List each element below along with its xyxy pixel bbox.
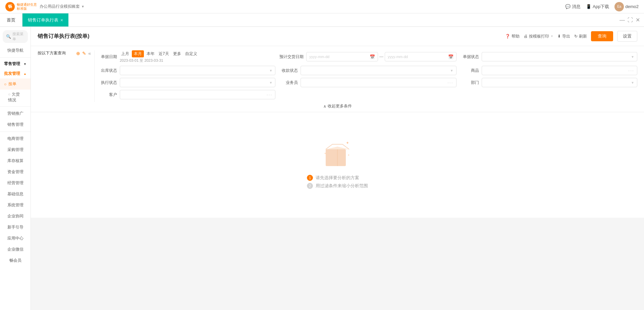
sidebar-item-wechat[interactable]: 企业微信 — [0, 244, 31, 255]
sidebar-item-member[interactable]: 畅会员 — [0, 255, 31, 266]
purchase-label: 采购管理 — [7, 147, 23, 153]
collapse-scheme-icon[interactable]: « — [88, 51, 91, 56]
top-bar-left: 畅 畅捷通好生意 标准版 办公用品行业模拟账套 ▼ — [5, 2, 85, 11]
step-num-2: 2 — [307, 183, 313, 189]
sidebar-sub-item-欠货情况[interactable]: ○ 欠货情况 — [0, 90, 31, 105]
tab-home[interactable]: 首页 — [0, 13, 22, 27]
query-button[interactable]: 查询 — [591, 31, 613, 41]
sidebar-item-sales[interactable]: 销售管理 — [0, 119, 31, 130]
filter-item-dept: 部门 ▼ — [461, 78, 637, 87]
reset-button[interactable]: 设置 — [617, 31, 637, 42]
svg-rect-0 — [326, 149, 346, 166]
maximize-icon[interactable]: ⛶ — [628, 17, 633, 23]
sidebar-item-system[interactable]: 系统管理 — [0, 200, 31, 211]
ship-status-select[interactable]: ▼ — [120, 66, 275, 75]
empty-steps-list: 1 请先选择要分析的方案 2 用过滤条件来缩小分析范围 — [307, 175, 368, 191]
product-label: 商品 — [461, 68, 479, 73]
sidebar-item-basic-info[interactable]: 基础信息 — [0, 189, 31, 200]
filter-item-payment-status: 收款状态 ▼ — [279, 66, 456, 75]
filter-item-product: 商品 ··· — [461, 66, 637, 75]
minimize-icon[interactable]: — — [620, 17, 625, 23]
sidebar-item-marketing[interactable]: 营销推广 — [0, 108, 31, 119]
filter-rows: 单据日期 上月 本月 本年 近7天 更多 自定义 20 — [99, 50, 637, 102]
sidebar-item-enterprise[interactable]: 企业协同 — [0, 211, 31, 222]
user-avatar-area[interactable]: Ea demo2 — [614, 2, 639, 11]
filter-body: 按以下方案查询 ⊕ ✎ « 单据日期 — [38, 50, 637, 102]
customer-select[interactable]: ··· — [120, 90, 275, 99]
empty-box-svg: ✦ ✦ ✦ — [321, 139, 354, 169]
filter-item-doc-status: 单据状态 ▼ — [461, 52, 637, 61]
ship-status-arrow-icon: ▼ — [269, 69, 272, 72]
expected-date-end-value: yyyy-mm-dd — [388, 55, 447, 59]
expected-date-start[interactable]: yyyy-mm-dd 📅 — [306, 52, 378, 61]
salesperson-select[interactable]: ··· — [301, 78, 456, 87]
calendar-end-icon: 📅 — [448, 54, 453, 59]
tab-close-icon[interactable]: × — [60, 18, 63, 22]
sidebar-item-operations[interactable]: 经营管理 — [0, 177, 31, 189]
message-button[interactable]: 💬 消息 — [565, 4, 581, 10]
product-dots-icon: ··· — [628, 68, 634, 73]
doc-status-arrow-icon: ▼ — [631, 55, 634, 59]
exec-status-select[interactable]: ▼ — [120, 78, 275, 87]
export-icon: ⬇ — [557, 34, 561, 39]
collapse-button[interactable]: ∧ 收起更多条件 — [323, 103, 352, 109]
sidebar-item-finance[interactable]: 资金管理 — [0, 166, 31, 177]
svg-text:✦: ✦ — [324, 152, 326, 155]
collapse-icon: ∧ — [323, 104, 326, 109]
filter-item-exec-status: 执行状态 ▼ — [99, 78, 275, 87]
scheme-icons: ⊕ ✎ « — [76, 51, 91, 56]
doc-status-select[interactable]: ▼ — [482, 52, 637, 61]
sidebar-item-inventory[interactable]: 库存核算 — [0, 155, 31, 166]
sidebar-item-newuser[interactable]: 新手引导 — [0, 222, 31, 233]
edit-scheme-icon[interactable]: ✎ — [82, 51, 86, 56]
help-icon: ❓ — [505, 34, 510, 39]
date-tab-this-month[interactable]: 本月 — [132, 50, 144, 57]
date-tab-custom[interactable]: 自定义 — [184, 50, 199, 57]
sidebar-item-purchase[interactable]: 采购管理 — [0, 144, 31, 155]
empty-illustration: ✦ ✦ ✦ — [321, 139, 354, 169]
salesperson-label: 业务员 — [279, 80, 298, 86]
refresh-button[interactable]: ↻ 刷新 — [574, 34, 587, 39]
retail-label: 零售管理 — [4, 61, 20, 67]
payment-status-select[interactable]: ▼ — [301, 66, 456, 75]
sidebar-item-retail[interactable]: 零售管理 ▼ — [0, 59, 31, 69]
dept-select[interactable]: ▼ — [482, 78, 637, 87]
sidebar-item-wholesale[interactable]: 批发管理 ▲ — [0, 69, 31, 79]
sidebar-item-quick-nav[interactable]: 快捷导航 — [0, 45, 31, 56]
date-range-text: 2023-03-01 至 2023-03-31 — [120, 58, 275, 63]
app-download-button[interactable]: 📱 App下载 — [586, 4, 609, 10]
sidebar-sub-item-按单[interactable]: ○ 按单 — [0, 79, 31, 90]
export-button[interactable]: ⬇ 导出 — [557, 34, 570, 39]
dept-arrow-icon: ▼ — [631, 81, 634, 85]
breadcrumb-arrow-icon[interactable]: ▼ — [81, 5, 85, 8]
sidebar-item-ecommerce[interactable]: 电商管理 — [0, 133, 31, 144]
wechat-label: 企业微信 — [7, 247, 23, 252]
customer-label: 客户 — [99, 92, 117, 98]
tab-sales-order[interactable]: 销售订单执行表 × — [22, 13, 68, 27]
close-window-icon[interactable]: ✕ — [636, 17, 640, 23]
help-button[interactable]: ❓ 帮助 — [505, 34, 520, 39]
page-header: 销售订单执行表(按单) ❓ 帮助 🖨 按模板打印 ▼ ⬇ 导出 ↻ 刷新 — [31, 27, 644, 46]
filter-row-4-spacer2 — [461, 90, 637, 99]
template-print-button[interactable]: 🖨 按模板打印 ▼ — [524, 34, 553, 39]
date-tab-this-year[interactable]: 本年 — [145, 50, 156, 57]
sidebar-search-box[interactable]: 🔍 搜索菜单 — [3, 30, 28, 43]
date-tab-more[interactable]: 更多 — [172, 50, 182, 57]
expected-date-range: yyyy-mm-dd 📅 — yyyy-mm-dd 📅 — [306, 52, 456, 61]
product-select[interactable]: ··· — [482, 66, 637, 75]
filter-actions: ∧ 收起更多条件 — [38, 103, 637, 109]
svg-text:✦: ✦ — [347, 154, 350, 157]
empty-step-1: 1 请先选择要分析的方案 — [307, 175, 368, 181]
add-scheme-icon[interactable]: ⊕ — [76, 51, 80, 56]
date-tab-last-month[interactable]: 上月 — [120, 50, 130, 57]
expected-date-end[interactable]: yyyy-mm-dd 📅 — [385, 52, 457, 61]
divider-2 — [0, 106, 31, 107]
basic-info-label: 基础信息 — [7, 191, 23, 197]
filter-row-1: 单据日期 上月 本月 本年 近7天 更多 自定义 20 — [99, 50, 637, 63]
sidebar-item-appstore[interactable]: 应用中心 — [0, 233, 31, 244]
date-tab-7days[interactable]: 近7天 — [157, 50, 170, 57]
page-title: 销售订单执行表(按单) — [38, 33, 90, 40]
按单-label: 按单 — [8, 81, 16, 87]
refresh-icon: ↻ — [574, 34, 578, 39]
finance-label: 资金管理 — [7, 169, 23, 175]
